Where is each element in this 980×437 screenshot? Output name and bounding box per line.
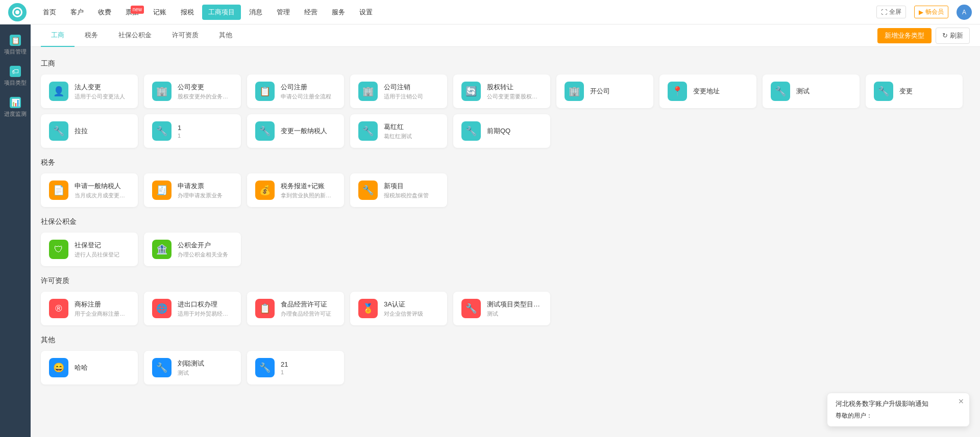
- card-icon-3A认证: 🏅: [358, 299, 378, 318]
- card-葛红红[interactable]: 🔧葛红红葛红红测试: [350, 114, 447, 148]
- nav-item-客户[interactable]: 客户: [64, 5, 90, 20]
- nav-item-经营[interactable]: 经营: [298, 5, 324, 20]
- notification-close-button[interactable]: ✕: [958, 397, 964, 405]
- sidebar-item-项目管理[interactable]: 📋 项目管理: [0, 30, 31, 61]
- card-title-label: 测试: [796, 87, 851, 96]
- card-刘聪测试[interactable]: 🔧刘聪测试测试: [144, 351, 241, 384]
- nav-item-收费[interactable]: 收费: [92, 5, 117, 20]
- nav-right: ⛶ 全屏 ▶ 畅会员 A: [876, 5, 972, 20]
- nav-item-服务[interactable]: 服务: [326, 5, 351, 20]
- cards-grid-其他: 😄哈哈🔧刘聪测试测试🔧211: [41, 351, 970, 384]
- card-法人变更[interactable]: 👤法人变更适用于公司变更法人: [41, 74, 138, 108]
- card-变更一般纳税人[interactable]: 🔧变更一般纳税人: [247, 114, 344, 148]
- card-公司注册[interactable]: 📋公司注册申请公司注册全流程: [247, 74, 344, 108]
- card-desc-label: 1: [178, 133, 233, 139]
- card-21[interactable]: 🔧211: [247, 351, 344, 384]
- card-变更地址[interactable]: 📍变更地址: [659, 74, 756, 108]
- card-text-申请发票: 申请发票办理申请发票业务: [178, 182, 233, 199]
- card-哈哈[interactable]: 😄哈哈: [41, 351, 138, 384]
- card-title-label: 测试项目类型目定义: [487, 300, 542, 309]
- tab-bar: 工商税务社保公积金许可资质其他 新增业务类型 ↻ 刷新: [31, 24, 980, 47]
- content-area: 工商👤法人变更适用于公司变更法人🏢公司变更股权变更外的业务变更📋公司注册申请公司…: [31, 47, 980, 397]
- card-开公司[interactable]: 🏢开公司: [556, 74, 653, 108]
- card-申请发票[interactable]: 🧾申请发票办理申请发票业务: [144, 173, 241, 207]
- card-text-法人变更: 法人变更适用于公司变更法人: [75, 83, 130, 100]
- nav-item-设置[interactable]: 设置: [353, 5, 379, 20]
- card-text-申请一般纳税人: 申请一般纳税人当月或次月成变更完成: [75, 182, 130, 199]
- card-公司变更[interactable]: 🏢公司变更股权变更外的业务变更: [144, 74, 241, 108]
- card-3A认证[interactable]: 🏅3A认证对企业信誉评级: [350, 292, 447, 325]
- logo[interactable]: [8, 3, 27, 21]
- refresh-button[interactable]: ↻ 刷新: [936, 28, 970, 44]
- card-title-label: 3A认证: [384, 300, 439, 309]
- card-title-label: 变更: [899, 87, 954, 96]
- card-社保登记[interactable]: 🛡社保登记进行人员社保登记: [41, 233, 138, 266]
- card-icon-变更一般纳税人: 🔧: [255, 121, 275, 141]
- sidebar-item-label: 项目管理: [4, 48, 27, 56]
- card-text-变更一般纳税人: 变更一般纳税人: [281, 126, 336, 136]
- card-icon-税务报道+记账: 💰: [255, 181, 275, 200]
- card-title-label: 进出口权办理: [178, 300, 233, 309]
- tab-社保公积金[interactable]: 社保公积金: [108, 24, 162, 47]
- sidebar-item-项目类型[interactable]: 🏷 项目类型: [0, 61, 31, 92]
- card-icon-测试项目类型目定义: 🔧: [461, 299, 481, 318]
- card-公司注销[interactable]: 🏢公司注销适用于注销公司: [350, 74, 447, 108]
- nav-item-报税[interactable]: 报税: [175, 5, 200, 20]
- card-icon-1: 🔧: [152, 121, 172, 141]
- tab-许可资质[interactable]: 许可资质: [162, 24, 209, 47]
- new-type-button[interactable]: 新增业务类型: [877, 28, 932, 43]
- fullscreen-button[interactable]: ⛶ 全屏: [876, 6, 906, 18]
- card-desc-label: 测试: [178, 369, 233, 377]
- nav-item-管理[interactable]: 管理: [271, 5, 296, 20]
- card-进出口权办理[interactable]: 🌐进出口权办理适用于对外贸易经营者: [144, 292, 241, 325]
- card-title-label: 公司变更: [178, 83, 233, 92]
- card-股权转让[interactable]: 🔄股权转让公司变更需要股权转让: [453, 74, 550, 108]
- card-拉拉[interactable]: 🔧拉拉: [41, 114, 138, 148]
- card-text-测试: 测试: [796, 87, 851, 96]
- card-前期QQ[interactable]: 🔧前期QQ: [453, 114, 550, 148]
- card-title-label: 申请一般纳税人: [75, 182, 130, 191]
- card-text-前期QQ: 前期QQ: [487, 126, 542, 136]
- card-desc-label: 办理公积金相关业务: [178, 251, 233, 259]
- card-公积金开户[interactable]: 🏦公积金开户办理公积金相关业务: [144, 233, 241, 266]
- card-税务报道+记账[interactable]: 💰税务报道+记账拿到营业执照的新公司: [247, 173, 344, 207]
- card-测试[interactable]: 🔧测试: [763, 74, 860, 108]
- tab-其他[interactable]: 其他: [209, 24, 242, 47]
- card-icon-公司变更: 🏢: [152, 82, 172, 101]
- card-text-刘聪测试: 刘聪测试测试: [178, 359, 233, 377]
- card-1[interactable]: 🔧11: [144, 114, 241, 148]
- card-text-公积金开户: 公积金开户办理公积金相关业务: [178, 241, 233, 259]
- tab-工商[interactable]: 工商: [41, 24, 75, 47]
- tab-items: 工商税务社保公积金许可资质其他: [41, 24, 242, 46]
- tab-税务[interactable]: 税务: [75, 24, 108, 47]
- card-食品经营许可证[interactable]: 📋食品经营许可证办理食品经营许可证: [247, 292, 344, 325]
- member-icon: ▶: [919, 9, 923, 16]
- nav-item-票据[interactable]: 票据new: [119, 5, 145, 20]
- card-desc-label: 测试: [487, 310, 542, 318]
- sidebar-item-进度监测[interactable]: 📊 进度监测: [0, 92, 31, 123]
- card-变更[interactable]: 🔧变更: [866, 74, 963, 108]
- card-title-label: 变更地址: [693, 87, 748, 96]
- fullscreen-icon: ⛶: [881, 9, 887, 16]
- card-测试项目类型目定义[interactable]: 🔧测试项目类型目定义测试: [453, 292, 550, 325]
- card-商标注册[interactable]: ®商标注册用于企业商标注册服务: [41, 292, 138, 325]
- card-icon-前期QQ: 🔧: [461, 121, 481, 141]
- card-新项目[interactable]: 🔧新项目报税加税控盘保管: [350, 173, 447, 207]
- nav-item-工商项目[interactable]: 工商项目: [202, 5, 241, 20]
- avatar[interactable]: A: [957, 5, 972, 20]
- nav-item-记账[interactable]: 记账: [147, 5, 173, 20]
- card-title-label: 哈哈: [75, 363, 130, 372]
- sidebar-item-label: 进度监测: [4, 110, 27, 118]
- card-title-label: 法人变更: [75, 83, 130, 92]
- card-icon-公司注册: 📋: [255, 82, 275, 101]
- nav-item-首页[interactable]: 首页: [37, 5, 62, 20]
- sidebar-item-label: 项目类型: [4, 79, 27, 87]
- nav-item-消息[interactable]: 消息: [243, 5, 268, 20]
- member-button[interactable]: ▶ 畅会员: [914, 6, 948, 18]
- card-title-label: 变更一般纳税人: [281, 126, 336, 136]
- card-icon-21: 🔧: [255, 358, 275, 377]
- card-text-商标注册: 商标注册用于企业商标注册服务: [75, 300, 130, 318]
- card-title-label: 商标注册: [75, 300, 130, 309]
- card-icon-商标注册: ®: [49, 299, 68, 318]
- card-申请一般纳税人[interactable]: 📄申请一般纳税人当月或次月成变更完成: [41, 173, 138, 207]
